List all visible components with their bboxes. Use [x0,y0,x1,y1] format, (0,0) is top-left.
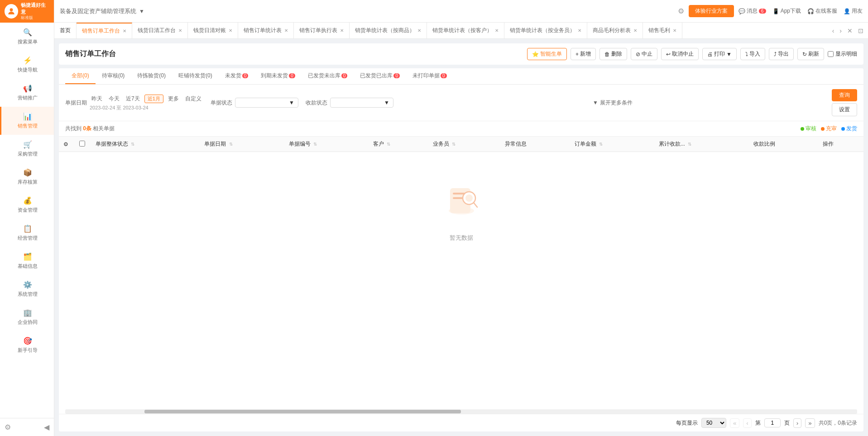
scrollbar-thumb[interactable] [144,410,461,413]
tab-close-sales-summary-product[interactable]: ✕ [417,28,421,33]
select-all-checkbox[interactable] [79,141,85,147]
tab-prev-btn[interactable]: ‹ [830,26,836,35]
sidebar-item-inventory[interactable]: 📦库存核算 [0,163,54,191]
ship-action-btn[interactable]: 发货 [841,125,857,133]
tab-close-sales-exec[interactable]: ✕ [340,28,344,33]
sidebar-item-guide[interactable]: 🎯新手引导 [0,331,54,359]
filter-tab-pending_review[interactable]: 待审核(0) [96,68,131,84]
sidebar-item-search[interactable]: 🔍搜索菜单 [0,23,54,51]
settings-bottom-btn[interactable]: ⚙ [5,423,11,431]
tab-next-btn[interactable]: › [838,26,844,35]
tab-sales-workbench[interactable]: 销售订单工作台✕ [77,23,132,39]
collection-select[interactable]: ▼ [330,98,393,108]
tab-expand-btn[interactable]: ⊡ [856,26,865,35]
add-btn[interactable]: + 新增 [571,48,596,60]
print-btn[interactable]: 🖨 打印 ▼ [702,48,737,60]
col-status[interactable]: 单据整体状态 ⇅ [91,137,200,152]
tab-sales-exec[interactable]: 销售订单执行表✕ [294,23,350,39]
tab-close-sales-workbench[interactable]: ✕ [123,28,126,33]
delete-btn[interactable]: 🗑 删除 [599,48,627,60]
last-page-btn[interactable]: » [805,418,815,428]
tab-close-product-margin[interactable]: ✕ [633,28,637,33]
message-item[interactable]: 💬 消息 6 [739,7,766,15]
page-number-input[interactable] [764,418,781,427]
col-customer[interactable]: 客户 ⇅ [369,137,428,152]
tab-close-cash-daily[interactable]: ✕ [178,28,182,33]
horizontal-scrollbar[interactable] [65,409,857,414]
tab-sales-summary-customer[interactable]: 销货单统计表（按客户）✕ [427,23,504,39]
tab-close-sales-summary-staff[interactable]: ✕ [578,28,581,33]
query-btn[interactable]: 查询 [832,89,857,101]
app-download-item[interactable]: 📱 App下载 [772,7,801,15]
tab-close-sales-stat[interactable]: ✕ [284,28,288,33]
sidebar-item-enterprise[interactable]: 🏢企业协同 [0,303,54,331]
show-detail-checkbox[interactable] [828,51,834,57]
filter-tab-not_shipped[interactable]: 未发货0 [219,68,255,84]
tab-cash-daily[interactable]: 钱货日清工作台✕ [132,23,188,39]
date-opt-更多[interactable]: 更多 [166,94,181,104]
sidebar-item-system[interactable]: ⚙️系统管理 [0,275,54,303]
tab-sales-gross[interactable]: 销售毛利✕ [643,23,682,39]
tab-close-all-btn[interactable]: ✕ [845,26,854,35]
sidebar-item-label-base: 基础信息 [18,263,38,270]
filter-tab-overdue_not_shipped[interactable]: 到期未发货0 [254,68,302,84]
date-opt-近7天[interactable]: 近7天 [124,94,142,104]
expand-filter-btn[interactable]: ▼ 展开更多条件 [593,99,633,107]
filter-tab-wangpu_pending[interactable]: 旺铺待发货(0) [172,68,219,84]
filter-tab-not_printed[interactable]: 未打印单据0 [406,68,453,84]
filter-tab-shipped_not_out[interactable]: 已发货未出库0 [302,68,354,84]
filter-tab-all[interactable]: 全部(0) [65,68,96,84]
prev-page-btn[interactable]: ‹ [743,418,751,428]
col-number[interactable]: 单据编号 ⇅ [284,137,369,152]
date-opt-近1月[interactable]: 近1月 [144,95,163,103]
tab-close-cash-reconcile[interactable]: ✕ [229,28,232,33]
import-btn[interactable]: ⤵ 导入 [740,48,765,60]
export-btn[interactable]: ⤴ 导出 [769,48,794,60]
industry-btn[interactable]: 体验行业方案 [689,5,734,17]
anti-review-action-btn[interactable]: 充审 [821,125,837,133]
sidebar-item-marketing[interactable]: 📢营销推广 [0,79,54,107]
review-action-btn[interactable]: 审核 [801,125,816,133]
tab-sales-summary-staff[interactable]: 销货单统计表（按业务员）✕ [504,23,587,39]
set-btn[interactable]: 设置 [832,103,857,116]
topbar-settings-icon[interactable]: ⚙ [678,7,684,15]
smart-create-btn[interactable]: ⭐ 智能生单 [527,48,567,60]
tab-sales-summary-product[interactable]: 销货单统计表（按商品）✕ [350,23,427,39]
col-date[interactable]: 单据日期 ⇅ [200,137,284,152]
first-page-btn[interactable]: « [730,418,739,428]
refresh-btn[interactable]: ↻ 刷新 [797,48,824,60]
cancel-stop-btn[interactable]: ↩ 取消中止 [661,48,699,60]
tab-product-margin[interactable]: 商品毛利分析表✕ [587,23,643,39]
stop-btn[interactable]: ⊘ 中止 [631,48,657,60]
col-amount[interactable]: 订单金额 ⇅ [570,137,654,152]
tab-label-product-margin: 商品毛利分析表 [593,27,631,34]
collection-filter: 收款状态 ▼ [306,98,393,108]
sidebar-item-base[interactable]: 🗂️基础信息 [0,247,54,275]
col-collected[interactable]: 累计收款... ⇅ [654,137,749,152]
date-opt-自定义[interactable]: 自定义 [183,94,203,104]
show-detail-label[interactable]: 显示明细 [828,50,857,58]
next-page-btn[interactable]: › [793,418,801,428]
user-item[interactable]: 👤 用友 [844,7,863,15]
status-select[interactable]: ▼ [235,98,298,108]
page-label: 第 [755,419,761,427]
per-page-select[interactable]: 50 10 20 100 [701,418,726,428]
service-item[interactable]: 🎧 在线客服 [807,7,837,15]
sidebar-item-capital[interactable]: 💰资金管理 [0,191,54,219]
sidebar-item-operation[interactable]: 📋经营管理 [0,219,54,247]
sidebar-item-purchase[interactable]: 🛒采购管理 [0,135,54,163]
col-salesperson[interactable]: 业务员 ⇅ [428,137,500,152]
tab-close-sales-gross[interactable]: ✕ [673,28,676,33]
tab-close-sales-summary-customer[interactable]: ✕ [495,28,499,33]
tab-cash-reconcile[interactable]: 钱货日清对账✕ [188,23,238,39]
date-opt-昨天[interactable]: 昨天 [90,94,104,104]
collapse-btn[interactable]: ◀ [44,423,49,431]
tab-sales-stat[interactable]: 销售订单统计表✕ [238,23,294,39]
date-opt-今天[interactable]: 今天 [107,94,121,104]
sidebar-item-quick[interactable]: ⚡快捷导航 [0,51,54,79]
tab-home[interactable]: 首页 [54,23,77,39]
filter-tab-shipped_out[interactable]: 已发货已出库0 [354,68,406,84]
system-dropdown-icon[interactable]: ▼ [139,8,144,14]
filter-tab-pending_check[interactable]: 待拣验货(0) [131,68,172,84]
sidebar-item-sales[interactable]: 📊销售管理 [0,107,54,135]
